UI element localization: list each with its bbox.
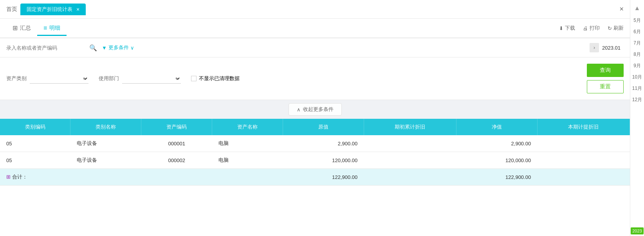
cell-net-value: 2,900.00 (456, 135, 538, 152)
sidebar-month-item[interactable]: 11月 (631, 83, 644, 94)
window-close-icon[interactable]: × (619, 5, 624, 13)
date-prev-arrow[interactable]: › (590, 43, 599, 52)
cell-category-name: 电子设备 (70, 152, 141, 169)
active-tab[interactable]: 固定资产折旧统计表 × (20, 4, 86, 15)
collapse-label: 收起更多条件 (303, 106, 334, 113)
table-header-row: 类别编码 类别名称 资产编码 资产名称 原值 期初累计折旧 净值 本期计提折旧 (0, 119, 630, 135)
total-label: ⊞合计： (0, 169, 141, 186)
download-button[interactable]: ⬇ 下载 (559, 25, 575, 32)
cell-accumulated-depreciation (364, 135, 456, 152)
col-current-depreciation: 本期计提折旧 (537, 119, 630, 135)
sidebar-month-item[interactable]: 5月 (631, 15, 644, 26)
asset-category-label: 资产类别 (6, 75, 27, 82)
total-row: ⊞合计： 122,900.00 122,900.00 (0, 169, 630, 186)
hide-cleared-area: 不显示已清理数据 (191, 75, 240, 82)
table-row[interactable]: 05 电子设备 000002 电脑 120,000.00 120,000.00 (0, 152, 630, 169)
cell-accumulated-depreciation (364, 152, 456, 169)
tab-detail-label: 明细 (49, 25, 60, 32)
cell-asset-name: 电脑 (212, 135, 283, 152)
collapse-up-icon: ∧ (297, 107, 301, 113)
tab-detail[interactable]: ≡ 明细 (37, 21, 67, 36)
cell-current-depreciation (537, 152, 630, 169)
cell-category-code: 05 (0, 135, 70, 152)
refresh-button[interactable]: ↻ 刷新 (608, 25, 624, 32)
hide-cleared-checkbox[interactable] (191, 76, 197, 81)
chevron-down-icon: ∨ (130, 45, 134, 51)
asset-category-arrow-icon: ▼ (82, 77, 86, 81)
cell-net-value: 120,000.00 (456, 152, 538, 169)
cell-current-depreciation (537, 135, 630, 152)
cell-asset-name: 电脑 (212, 152, 283, 169)
col-category-name: 类别名称 (70, 119, 141, 135)
date-label: 2023.01 (599, 43, 624, 52)
print-icon: 🖨 (583, 25, 588, 31)
filter-icon: ▼ (102, 45, 107, 51)
more-filter-button[interactable]: ▼ 更多条件 ∨ (102, 44, 134, 51)
total-current-depreciation (537, 169, 630, 186)
print-button[interactable]: 🖨 打印 (583, 25, 600, 32)
department-arrow-icon: ▼ (175, 77, 179, 81)
tab-summary[interactable]: ⊞ 汇总 (6, 21, 37, 36)
sidebar-month-item[interactable]: 8月 (631, 49, 644, 60)
col-asset-name: 资产名称 (212, 119, 283, 135)
sidebar-month-item[interactable]: 6月 (631, 26, 644, 38)
detail-icon: ≡ (43, 25, 47, 32)
query-button[interactable]: 查询 (587, 64, 624, 77)
collapse-button[interactable]: ∧ 收起更多条件 (289, 103, 342, 116)
tab-label: 固定资产折旧统计表 (27, 6, 72, 13)
home-nav[interactable]: 首页 (6, 6, 17, 13)
filter-actions: 查询 重置 (587, 64, 624, 93)
asset-category-select[interactable] (30, 73, 88, 84)
print-label: 打印 (590, 25, 600, 32)
sidebar-month-item[interactable]: 7月 (631, 38, 644, 49)
col-category-code: 类别编码 (0, 119, 70, 135)
toolbar-right: ⬇ 下载 🖨 打印 ↻ 刷新 (559, 25, 624, 32)
sidebar-month-item[interactable]: 9月 (631, 60, 644, 72)
table-row[interactable]: 05 电子设备 000001 电脑 2,900.00 2,900.00 (0, 135, 630, 152)
col-asset-code: 资产编码 (141, 119, 212, 135)
download-label: 下载 (565, 25, 575, 32)
col-net-value: 净值 (456, 119, 538, 135)
sidebar-year[interactable]: 2023 (631, 227, 643, 234)
department-select[interactable] (122, 73, 181, 84)
refresh-icon: ↻ (608, 25, 612, 31)
data-table: 类别编码 类别名称 资产编码 资产名称 原值 期初累计折旧 净值 本期计提折旧 … (0, 119, 630, 186)
sidebar-month-item[interactable]: 10月 (631, 72, 644, 83)
reset-button[interactable]: 重置 (587, 80, 624, 93)
summary-icon: ⊞ (13, 24, 18, 32)
total-accumulated-depreciation (364, 169, 456, 186)
refresh-label: 刷新 (613, 25, 624, 32)
total-original-value: 122,900.00 (283, 169, 364, 186)
search-input[interactable] (6, 45, 85, 51)
search-icon[interactable]: 🔍 (89, 44, 97, 52)
total-net-value: 122,900.00 (456, 169, 538, 186)
cell-category-code: 05 (0, 152, 70, 169)
sidebar-scroll-up-icon[interactable]: ▲ (633, 3, 642, 13)
sidebar-month-item[interactable]: 12月 (631, 94, 644, 105)
cell-category-name: 电子设备 (70, 135, 141, 152)
table-wrap: 类别编码 类别名称 资产编码 资产名称 原值 期初累计折旧 净值 本期计提折旧 … (0, 119, 630, 236)
cell-asset-code: 000002 (141, 152, 212, 169)
department-filter: 使用部门 ▼ (99, 73, 179, 84)
sub-tabs-bar: ⊞ 汇总 ≡ 明细 ⬇ 下载 🖨 打印 ↻ 刷新 (0, 19, 630, 38)
download-icon: ⬇ (559, 25, 563, 31)
cell-original-value: 2,900.00 (283, 135, 364, 152)
collapse-bar: ∧ 收起更多条件 (0, 100, 630, 119)
tab-close-icon[interactable]: × (76, 6, 79, 13)
hide-cleared-label: 不显示已清理数据 (199, 75, 240, 82)
cell-original-value: 120,000.00 (283, 152, 364, 169)
tab-summary-label: 汇总 (20, 25, 31, 32)
filter-area: 资产类别 ▼ 使用部门 ▼ 不显示已清理数 (0, 57, 630, 100)
col-original-value: 原值 (283, 119, 364, 135)
asset-category-filter: 资产类别 ▼ (6, 73, 86, 84)
col-accumulated-depreciation: 期初累计折旧 (364, 119, 456, 135)
date-nav: › 2023.01 (590, 43, 624, 52)
department-label: 使用部门 (99, 75, 119, 82)
right-sidebar: ▲ 5月6月7月8月9月10月11月12月 2023 (630, 0, 644, 236)
search-bar: 🔍 ▼ 更多条件 ∨ › 2023.01 (0, 38, 630, 57)
cell-asset-code: 000001 (141, 135, 212, 152)
more-filter-label: 更多条件 (108, 44, 129, 51)
